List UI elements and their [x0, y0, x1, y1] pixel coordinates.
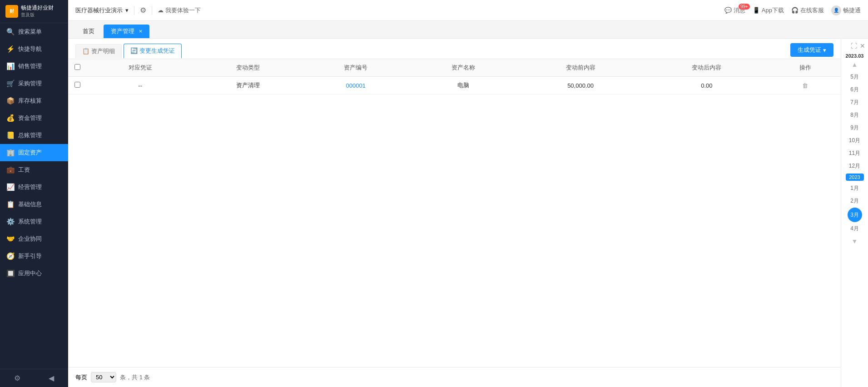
- tab-home[interactable]: 首页: [75, 25, 102, 38]
- sidebar-item-basic_info[interactable]: 📋基础信息: [0, 196, 68, 213]
- sidebar-item-quicknav[interactable]: ⚡快捷导航: [0, 40, 68, 58]
- month-item[interactable]: 2月: [845, 195, 865, 207]
- pagination-total: 1: [139, 374, 143, 381]
- sidebar: 财 畅捷通好业财 普及版 🔍搜索菜单⚡快捷导航📊销售管理🛒采购管理📦库存核算💰资…: [0, 0, 68, 387]
- th-after-change: 变动后内容: [644, 59, 770, 77]
- row-asset-no: 000001: [302, 77, 410, 94]
- month-item[interactable]: 12月: [845, 160, 865, 172]
- table-container: 对应凭证 变动类型 资产编号 资产名称 变动前内容 变动后内容 操作 -- 资产…: [68, 59, 841, 367]
- per-page-select[interactable]: 102050100: [91, 372, 116, 382]
- right-date-panel: ⛶ ✕ 2023.03 ▲ 5月6月7月8月9月10月11月12月20231月2…: [841, 39, 868, 387]
- sidebar-item-purchase[interactable]: 🛒采购管理: [0, 75, 68, 92]
- app-download-icon: 📱: [753, 7, 760, 14]
- user-avatar: 👤: [831, 5, 841, 15]
- sidebar-item-system[interactable]: ⚙️系统管理: [0, 213, 68, 230]
- th-asset-no: 资产编号: [302, 59, 410, 77]
- user-menu-button[interactable]: 👤 畅捷通: [831, 5, 861, 15]
- subtabs: 📋 资产明细 🔄 变更生成凭证 生成凭证 ▾: [68, 39, 841, 59]
- scroll-up-arrow[interactable]: ▲: [852, 60, 858, 69]
- month-item[interactable]: 10月: [845, 134, 865, 147]
- month-item[interactable]: 9月: [845, 122, 865, 134]
- settings-icon[interactable]: ⚙: [14, 374, 20, 382]
- subtab-change-voucher[interactable]: 🔄 变更生成凭证: [124, 44, 182, 59]
- month-item[interactable]: 7月: [845, 96, 865, 109]
- sidebar-item-enterprise[interactable]: 🤝企业协同: [0, 230, 68, 248]
- logo-text-container: 畅捷通好业财 普及版: [21, 5, 54, 18]
- month-item[interactable]: 1月: [845, 182, 865, 194]
- settings-icon[interactable]: ⚙: [140, 6, 146, 15]
- generate-voucher-button[interactable]: 生成凭证 ▾: [790, 43, 833, 57]
- row-action: 🗑: [770, 77, 841, 94]
- sidebar-icon-basic_info: 📋: [6, 200, 15, 208]
- sidebar-label-enterprise: 企业协同: [18, 235, 42, 243]
- sidebar-item-inventory[interactable]: 📦库存核算: [0, 92, 68, 109]
- delete-icon[interactable]: 🗑: [802, 82, 808, 89]
- pagination: 每页 102050100 条，共 1 条: [68, 367, 841, 387]
- sidebar-icon-enterprise: 🤝: [6, 235, 15, 243]
- month-item[interactable]: 11月: [845, 147, 865, 159]
- sidebar-label-quicknav: 快捷导航: [18, 45, 42, 53]
- collapse-icon[interactable]: ◀: [49, 374, 54, 382]
- sidebar-item-finance[interactable]: 💰资金管理: [0, 109, 68, 127]
- table-body: -- 资产清理 000001 电脑 50,000.00 0.00 🗑: [68, 77, 841, 94]
- tab-close-icon[interactable]: ×: [139, 28, 143, 35]
- panel-header: ⛶ ✕: [841, 42, 868, 50]
- sidebar-item-guide[interactable]: 🧭新手引导: [0, 248, 68, 265]
- month-item[interactable]: 4月: [845, 223, 865, 235]
- experience-button[interactable]: ☁ 我要体验一下: [158, 6, 201, 15]
- month-item[interactable]: 6月: [845, 84, 865, 96]
- generate-btn-arrow: ▾: [823, 47, 826, 54]
- pagination-unit: 条: [144, 374, 150, 381]
- sidebar-icon-search: 🔍: [6, 28, 15, 36]
- subtab2-label: 变更生成凭证: [139, 47, 175, 55]
- sidebar-label-purchase: 采购管理: [18, 79, 42, 88]
- tabbar: 首页 资产管理 ×: [68, 21, 868, 39]
- panel-expand-icon[interactable]: ⛶: [851, 42, 857, 50]
- tab-home-label: 首页: [83, 28, 94, 35]
- message-button[interactable]: 💬 消息 99+: [724, 6, 745, 15]
- app-download-label: App下载: [762, 6, 784, 15]
- experience-icon: ☁: [158, 7, 164, 14]
- month-item[interactable]: 3月: [848, 208, 862, 222]
- month-item[interactable]: 8月: [845, 109, 865, 121]
- topbar: 医疗器械行业演示 ▾ ⚙ ☁ 我要体验一下 💬 消息 99+ 📱 App下载 🎧…: [68, 0, 868, 21]
- sidebar-label-guide: 新手引导: [18, 252, 42, 260]
- row-change-type: 资产清理: [194, 77, 302, 94]
- year-tag-2023: 2023: [846, 174, 864, 181]
- sidebar-icon-purchase: 🛒: [6, 79, 15, 88]
- per-page-label: 每页: [75, 373, 87, 382]
- panel-close-icon[interactable]: ✕: [860, 42, 865, 50]
- topbar-divider2: [152, 6, 152, 15]
- scroll-down-arrow[interactable]: ▼: [852, 236, 858, 246]
- row-asset-name: 电脑: [410, 77, 517, 94]
- subtab1-label: 资产明细: [91, 47, 115, 55]
- sidebar-item-app_center[interactable]: 🔲应用中心: [0, 265, 68, 282]
- logo-sub: 普及版: [21, 12, 54, 18]
- sidebar-item-ledger[interactable]: 📒总账管理: [0, 127, 68, 144]
- sidebar-item-payroll[interactable]: 💼工资: [0, 161, 68, 179]
- table-row: -- 资产清理 000001 电脑 50,000.00 0.00 🗑: [68, 77, 841, 94]
- sidebar-label-finance: 资金管理: [18, 114, 42, 122]
- month-list: 5月6月7月8月9月10月11月12月20231月2月3月4月: [845, 70, 865, 235]
- sidebar-item-fixed_assets[interactable]: 🏢固定资产: [0, 144, 68, 161]
- sidebar-label-app_center: 应用中心: [18, 269, 42, 278]
- sidebar-item-operations[interactable]: 📈经营管理: [0, 179, 68, 196]
- sidebar-label-operations: 经营管理: [18, 183, 42, 191]
- tab-asset-management[interactable]: 资产管理 ×: [104, 25, 149, 38]
- experience-label: 我要体验一下: [165, 6, 201, 15]
- sidebar-item-search[interactable]: 🔍搜索菜单: [0, 23, 68, 40]
- row-checkbox[interactable]: [74, 82, 80, 88]
- row-voucher: --: [86, 77, 194, 94]
- select-all-checkbox[interactable]: [74, 64, 80, 70]
- company-selector[interactable]: 医疗器械行业演示 ▾: [75, 6, 129, 15]
- row-checkbox-cell: [68, 77, 86, 94]
- app-download-button[interactable]: 📱 App下载: [753, 6, 784, 15]
- customer-service-button[interactable]: 🎧 在线客服: [791, 6, 824, 15]
- subtab-asset-detail[interactable]: 📋 资产明细: [75, 44, 122, 58]
- sidebar-item-sales[interactable]: 📊销售管理: [0, 58, 68, 75]
- subtab1-icon: 📋: [82, 48, 89, 55]
- month-item[interactable]: 5月: [845, 71, 865, 83]
- customer-service-icon: 🎧: [791, 7, 799, 14]
- sidebar-label-ledger: 总账管理: [18, 131, 42, 139]
- sidebar-icon-ledger: 📒: [6, 131, 15, 139]
